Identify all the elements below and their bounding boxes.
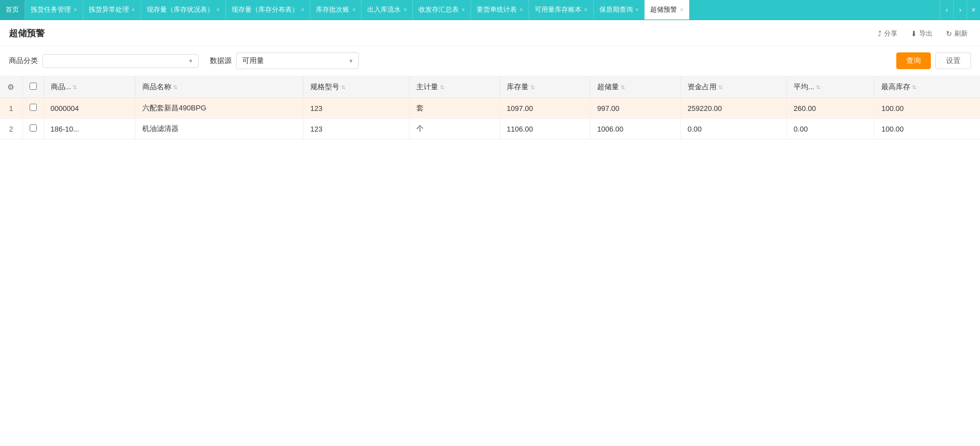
category-select[interactable]: ▾: [42, 54, 199, 68]
export-label: 导出: [919, 29, 933, 38]
nav-tab-label: 首页: [6, 5, 19, 14]
nav-prev-button[interactable]: ‹: [940, 0, 953, 20]
nav-close-button[interactable]: ×: [967, 0, 980, 20]
nav-tab-label: 拣货异常处理: [89, 5, 129, 14]
nav-tab-label: 现存量（库存分布表）: [232, 5, 299, 14]
select-all-checkbox[interactable]: [30, 83, 37, 90]
sort-icon: ⇅: [73, 84, 77, 90]
table-row: 2 186-10... 机油滤清器 123 个 1106.00 1006.00 …: [0, 119, 980, 139]
th-unit-label: 主计量: [416, 82, 438, 92]
close-icon[interactable]: ×: [74, 7, 77, 13]
cell-maxstock: 100.00: [875, 119, 980, 139]
th-avg[interactable]: 平均... ⇅: [787, 76, 875, 98]
nav-tab-7[interactable]: 收发存汇总表 ×: [413, 0, 471, 20]
close-icon[interactable]: ×: [301, 7, 305, 13]
nav-tab-2[interactable]: 拣货异常处理 ×: [83, 0, 141, 20]
close-icon[interactable]: ×: [584, 7, 588, 13]
row-checkbox-cell: [22, 119, 44, 139]
close-icon[interactable]: ×: [403, 7, 407, 13]
cell-unit: 个: [410, 119, 500, 139]
category-label: 商品分类: [9, 56, 38, 66]
gear-icon[interactable]: ⚙: [7, 83, 15, 91]
sort-icon: ⇅: [440, 84, 444, 90]
th-maxstock[interactable]: 最高库存 ⇅: [875, 76, 980, 98]
cell-unit: 套: [410, 98, 500, 119]
cell-spec: 123: [303, 98, 409, 119]
cell-code: 0000004: [44, 98, 136, 119]
share-label: 分享: [884, 29, 897, 38]
nav-tab-4[interactable]: 现存量（库存分布表） ×: [226, 0, 311, 20]
cell-avg: 0.00: [787, 119, 875, 139]
row-num: 2: [0, 119, 22, 139]
close-icon[interactable]: ×: [680, 7, 683, 13]
cell-code: 186-10...: [44, 119, 136, 139]
datasource-filter-group: 数据源 可用量 ▾: [210, 52, 359, 69]
cell-stock: 1097.00: [500, 98, 590, 119]
cell-capital: 0.00: [681, 119, 787, 139]
data-table: ⚙ 商品... ⇅ 商品名称 ⇅: [0, 76, 980, 139]
export-button[interactable]: ⬇ 导出: [907, 27, 936, 41]
query-button[interactable]: 查询: [896, 52, 931, 69]
th-name[interactable]: 商品名称 ⇅: [136, 76, 304, 98]
close-icon[interactable]: ×: [352, 7, 356, 13]
th-overstock[interactable]: 超储量 ⇅: [590, 76, 681, 98]
nav-next-button[interactable]: ›: [953, 0, 967, 20]
nav-tab-label: 可用量库存账本: [535, 5, 582, 14]
th-capital[interactable]: 资金占用 ⇅: [681, 76, 787, 98]
nav-tab-6[interactable]: 出入库流水 ×: [362, 0, 413, 20]
cell-maxstock: 100.00: [875, 98, 980, 119]
cell-capital: 259220.00: [681, 98, 787, 119]
nav-tab-5[interactable]: 库存批次账 ×: [310, 0, 362, 20]
nav-tab-label: 库存批次账: [316, 5, 349, 14]
th-stock[interactable]: 库存量 ⇅: [500, 76, 590, 98]
th-code[interactable]: 商品... ⇅: [44, 76, 136, 98]
page-title: 超储预警: [9, 28, 45, 40]
datasource-select-value: 可用量: [242, 56, 264, 66]
cell-stock: 1106.00: [500, 119, 590, 139]
nav-tab-1[interactable]: 拣货任务管理 ×: [25, 0, 83, 20]
close-icon[interactable]: ×: [217, 7, 220, 13]
th-name-label: 商品名称: [142, 82, 171, 92]
nav-tab-label: 现存量（库存状况表）: [147, 5, 214, 14]
nav-tab-label: 出入库流水: [367, 5, 401, 14]
close-icon[interactable]: ×: [636, 7, 639, 13]
header-actions: ⤴ 分享 ⬇ 导出 ↻ 刷新: [875, 27, 971, 41]
th-unit[interactable]: 主计量 ⇅: [410, 76, 500, 98]
cell-overstock: 1006.00: [590, 119, 681, 139]
nav-tab-label: 要货单统计表: [477, 5, 517, 14]
th-spec[interactable]: 规格型号 ⇅: [303, 76, 409, 98]
nav-tab-8[interactable]: 要货单统计表 ×: [471, 0, 529, 20]
nav-tab-9[interactable]: 可用量库存账本 ×: [529, 0, 594, 20]
chevron-down-icon: ▾: [349, 57, 353, 65]
refresh-button[interactable]: ↻ 刷新: [943, 27, 971, 41]
row-checkbox[interactable]: [30, 124, 37, 132]
row-checkbox[interactable]: [30, 104, 37, 111]
nav-tab-3[interactable]: 现存量（库存状况表） ×: [141, 0, 226, 20]
datasource-select[interactable]: 可用量 ▾: [236, 52, 359, 69]
cell-overstock: 997.00: [590, 98, 681, 119]
sort-icon: ⇅: [816, 84, 820, 90]
nav-tab-home[interactable]: 首页: [0, 0, 25, 20]
th-maxstock-label: 最高库存: [881, 82, 910, 92]
nav-tab-10[interactable]: 保质期查询 ×: [594, 0, 645, 20]
share-button[interactable]: ⤴ 分享: [875, 27, 901, 41]
th-capital-label: 资金占用: [688, 82, 717, 92]
export-icon: ⬇: [911, 30, 917, 38]
close-icon[interactable]: ×: [462, 7, 465, 13]
th-checkbox: [22, 76, 44, 98]
datasource-label: 数据源: [210, 56, 232, 66]
th-overstock-label: 超储量: [597, 82, 619, 92]
th-code-label: 商品...: [51, 82, 71, 92]
table-row: 1 0000004 六配套新昌490BPG 123 套 1097.00 997.…: [0, 98, 980, 119]
nav-tab-label: 拣货任务管理: [31, 5, 71, 14]
sort-icon: ⇅: [718, 84, 723, 90]
cell-spec: 123: [303, 119, 409, 139]
close-icon[interactable]: ×: [132, 7, 135, 13]
nav-tab-label: 收发存汇总表: [419, 5, 459, 14]
row-num: 1: [0, 98, 22, 119]
settings-button[interactable]: 设置: [935, 52, 971, 69]
th-spec-label: 规格型号: [310, 82, 339, 92]
filter-area: 商品分类 ▾ 数据源 可用量 ▾ 查询 设置: [0, 46, 980, 76]
close-icon[interactable]: ×: [520, 7, 523, 13]
nav-tab-active[interactable]: 超储预警 ×: [645, 0, 689, 20]
